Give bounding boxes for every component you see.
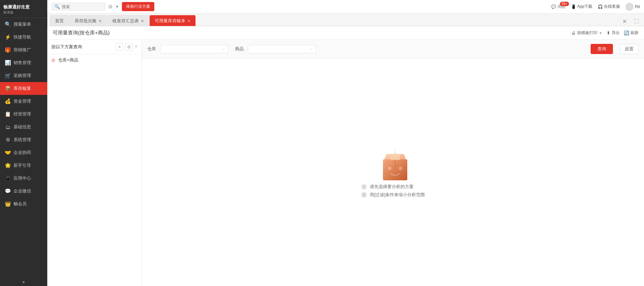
sidebar-item-finance[interactable]: 💰 资金管理 xyxy=(0,95,47,108)
empty-illustration xyxy=(376,147,410,180)
operations-icon: 📋 xyxy=(5,111,11,117)
filter-panel-header: 按以下方案查询 + ⊙ « xyxy=(47,40,141,54)
message-icon: 💬 xyxy=(551,4,556,9)
refresh-action[interactable]: 🔄 刷新 xyxy=(624,30,639,36)
refresh-icon: 🔄 xyxy=(624,30,629,35)
sidebar-item-purchase[interactable]: 🛒 采购管理 xyxy=(0,69,47,82)
sidebar-scroll-down[interactable]: ▼ xyxy=(0,279,47,286)
inventory-icon: 📦 xyxy=(5,85,11,92)
export-label: 导出 xyxy=(612,30,620,36)
empty-box-svg xyxy=(376,147,413,184)
user-area[interactable]: Rit xyxy=(625,3,640,11)
sales-icon: 📊 xyxy=(5,60,11,66)
sidebar-item-label: 基础信息 xyxy=(14,124,31,130)
sidebar-item-sales[interactable]: 📊 销售管理 xyxy=(0,56,47,69)
svg-rect-3 xyxy=(390,154,400,160)
sidebar-item-quick-nav[interactable]: ⚡ 快捷导航 xyxy=(0,31,47,44)
empty-hints: 1 请先选择要分析的方案 2 用[过滤]条件来缩小分析范围 xyxy=(361,184,425,198)
sidebar-item-new-guide[interactable]: 🌟 新手引导 xyxy=(0,159,47,172)
hint-text-1: 请先选择要分析的方案 xyxy=(370,184,414,190)
hint-num-2: 2 xyxy=(361,192,367,198)
tab-home-label: 首页 xyxy=(55,18,64,24)
app-center-icon: 📱 xyxy=(5,175,11,181)
goods-label: 商品 xyxy=(235,46,245,52)
warehouse-input[interactable]: ··· xyxy=(160,45,228,53)
sidebar-item-label: 销售管理 xyxy=(14,60,31,66)
query-button[interactable]: 查询 xyxy=(591,44,613,54)
goods-more-icon[interactable]: ··· xyxy=(310,47,313,51)
settings-gear-icon[interactable]: ⚙ xyxy=(108,4,112,10)
manage-filter-btn[interactable]: ⊙ xyxy=(125,43,133,51)
online-service-btn[interactable]: 🎧 在线客服 xyxy=(598,4,620,9)
sidebar-item-label: 系统管理 xyxy=(14,137,31,143)
tab-collect-summary-label: 收发存汇总表 xyxy=(112,18,139,24)
sidebar-item-operations[interactable]: 📋 经营管理 xyxy=(0,108,47,121)
app-logo: 畅康通好生意 标准版 xyxy=(0,0,47,18)
settings-button[interactable]: 设置 xyxy=(620,44,639,54)
wechat-icon: 💬 xyxy=(5,188,11,194)
sidebar-item-label: 快捷导航 xyxy=(14,34,31,40)
marketing-icon: 🎁 xyxy=(5,47,11,53)
query-form: 仓库 ··· 商品 ··· 查询 设置 xyxy=(142,40,644,58)
sidebar-item-member[interactable]: 👑 畅会员 xyxy=(0,198,47,210)
print-action[interactable]: 🖨 按模板打印 ▼ xyxy=(571,30,602,36)
sidebar-item-label: 采购管理 xyxy=(14,73,31,79)
sidebar-item-system[interactable]: ⚙ 系统管理 xyxy=(0,133,47,146)
add-filter-btn[interactable]: + xyxy=(116,43,123,51)
sidebar-item-search[interactable]: 🔍 搜索菜单 xyxy=(0,18,47,31)
filter-item-warehouse-goods[interactable]: ⊙ 仓库+商品 xyxy=(47,54,141,66)
message-btn[interactable]: 💬 消息 99+ xyxy=(551,4,566,9)
tab-available-ledger-label: 可用量库存账本 xyxy=(155,18,185,24)
sidebar-item-inventory[interactable]: 📦 库存核算 xyxy=(0,82,47,95)
sidebar-item-marketing[interactable]: 🎁 营销推广 xyxy=(0,44,47,56)
search-input[interactable] xyxy=(62,4,96,9)
sidebar-item-base-info[interactable]: 🗂 基础信息 xyxy=(0,121,47,133)
app-download-btn[interactable]: 📱 App下载 xyxy=(571,4,592,9)
topbar: 🔍 ⚙ ▼ 体验行业方案 💬 消息 99+ 📱 App下载 🎧 在线客服 Rit xyxy=(47,0,644,14)
username-label: Rit xyxy=(635,4,640,9)
hint-num-1: 1 xyxy=(361,184,367,190)
warehouse-more-icon[interactable]: ··· xyxy=(222,47,225,51)
sidebar-item-wechat[interactable]: 💬 企业微信 xyxy=(0,185,47,198)
print-dropdown-icon[interactable]: ▼ xyxy=(599,31,602,35)
tab-home[interactable]: 首页 xyxy=(50,15,69,26)
sidebar-item-label: 搜索菜单 xyxy=(14,21,31,27)
tab-available-ledger[interactable]: 可用量库存账本 ✕ xyxy=(150,15,196,26)
sidebar-item-app-center[interactable]: 📱 应用中心 xyxy=(0,172,47,185)
query-area: 仓库 ··· 商品 ··· 查询 设置 xyxy=(142,40,644,286)
goods-input[interactable]: ··· xyxy=(248,45,316,53)
dropdown-icon[interactable]: ▼ xyxy=(115,4,119,9)
new-guide-icon: 🌟 xyxy=(5,162,11,168)
online-service-label: 在线客服 xyxy=(604,4,620,9)
sidebar-item-label: 库存核算 xyxy=(14,85,31,92)
finance-icon: 💰 xyxy=(5,98,11,104)
scroll-down-icon: ▼ xyxy=(22,280,26,285)
tab-batch-account-close[interactable]: ✕ xyxy=(99,19,102,23)
warehouse-text-input[interactable] xyxy=(163,47,220,52)
avatar xyxy=(625,3,634,11)
topbar-search-box[interactable]: 🔍 xyxy=(51,3,105,10)
sidebar-item-label: 畅会员 xyxy=(14,201,27,207)
cooperation-icon: 🤝 xyxy=(5,150,11,156)
tab-collect-summary[interactable]: 收发存汇总表 ✕ xyxy=(107,15,149,26)
export-action[interactable]: ⬆ 导出 xyxy=(607,30,620,36)
tab-batch-account[interactable]: 库存批次账 ✕ xyxy=(70,15,107,26)
tab-collect-summary-close[interactable]: ✕ xyxy=(141,19,144,23)
sidebar: 畅康通好生意 标准版 🔍 搜索菜单 ⚡ 快捷导航 🎁 营销推广 📊 销售管理 🛒… xyxy=(0,0,47,286)
collapse-panel-btn[interactable]: « xyxy=(135,43,137,51)
tab-available-ledger-close[interactable]: ✕ xyxy=(187,19,190,23)
goods-text-input[interactable] xyxy=(251,47,308,52)
sidebar-item-label: 应用中心 xyxy=(14,175,31,181)
sidebar-item-cooperation[interactable]: 🤝 企业协同 xyxy=(0,146,47,159)
tab-batch-account-label: 库存批次账 xyxy=(75,18,97,24)
quick-nav-icon: ⚡ xyxy=(5,34,11,40)
filter-item-icon: ⊙ xyxy=(51,57,55,63)
industry-btn[interactable]: 体验行业方案 xyxy=(122,2,154,11)
service-icon: 🎧 xyxy=(598,4,603,9)
window-expand-btn[interactable]: ⛶ xyxy=(632,17,641,26)
window-close-btn[interactable]: ✕ xyxy=(620,17,629,26)
app-name: 畅康通好生意 xyxy=(3,4,44,10)
tabs-window-controls: ✕ ⛶ xyxy=(620,17,641,26)
main-area: 🔍 ⚙ ▼ 体验行业方案 💬 消息 99+ 📱 App下载 🎧 在线客服 Rit xyxy=(47,0,644,286)
filter-panel-actions: + ⊙ « xyxy=(116,43,137,51)
